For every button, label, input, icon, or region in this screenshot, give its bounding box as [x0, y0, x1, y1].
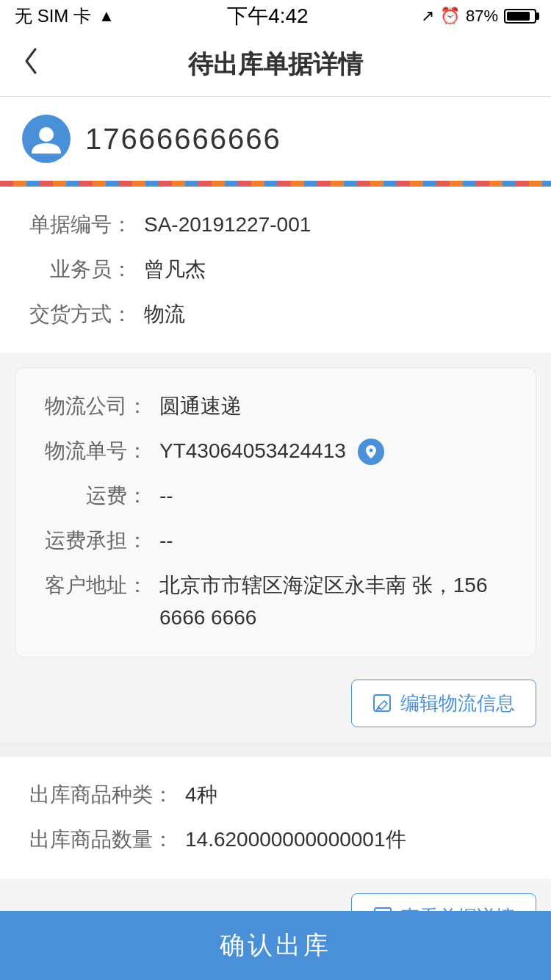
- edit-btn-wrapper: 编辑物流信息: [0, 672, 551, 742]
- tracking-label: 物流单号：: [45, 435, 148, 468]
- confirm-button[interactable]: 确认出库: [220, 929, 331, 962]
- page-title: 待出库单据详情: [188, 48, 363, 82]
- freight-value: --: [159, 480, 506, 513]
- agent-label: 业务员：: [29, 253, 132, 287]
- address-label: 客户地址：: [45, 569, 148, 602]
- edit-logistics-button[interactable]: 编辑物流信息: [351, 680, 536, 727]
- svg-point-0: [39, 127, 54, 142]
- status-bar: 无 SIM 卡 ▲ 下午4:42 ↗ ⏰ 87%: [0, 0, 551, 32]
- tracking-row: 物流单号： YT43064053424413: [45, 435, 506, 468]
- logistics-company-label: 物流公司：: [45, 390, 148, 423]
- delivery-row: 交货方式： 物流: [29, 298, 522, 331]
- product-quantity-value: 14.620000000000001件: [185, 824, 522, 857]
- address-value: 北京市市辖区海淀区永丰南 张，156 6666 6666: [159, 569, 506, 635]
- edit-logistics-label: 编辑物流信息: [400, 691, 515, 716]
- logistics-card: 物流公司： 圆通速递 物流单号： YT43064053424413 运费： --…: [15, 367, 536, 657]
- freight-row: 运费： --: [45, 480, 506, 513]
- carrier-label: 无 SIM 卡: [15, 4, 91, 28]
- logistics-company-value: 圆通速递: [159, 390, 506, 423]
- logistics-company-row: 物流公司： 圆通速递: [45, 390, 506, 423]
- page-content: 17666666666 单据编号： SA-20191227-001 业务员： 曾…: [0, 97, 551, 980]
- product-quantity-label: 出库商品数量：: [29, 824, 173, 857]
- order-no-value: SA-20191227-001: [144, 209, 522, 242]
- product-type-value: 4种: [185, 779, 522, 812]
- order-no-label: 单据编号：: [29, 209, 132, 242]
- tracking-value-row: YT43064053424413: [159, 435, 506, 468]
- order-info-section: 单据编号： SA-20191227-001 业务员： 曾凡杰 交货方式： 物流: [0, 187, 551, 353]
- section-divider: [0, 742, 551, 757]
- nav-bar: 待出库单据详情: [0, 32, 551, 97]
- battery-label: 87%: [466, 7, 498, 26]
- product-quantity-row: 出库商品数量： 14.620000000000001件: [29, 824, 522, 857]
- freight-bearer-value: --: [159, 525, 506, 558]
- agent-value: 曾凡杰: [144, 253, 522, 287]
- tracking-value: YT43064053424413: [159, 435, 346, 468]
- agent-row: 业务员： 曾凡杰: [29, 253, 522, 287]
- battery-icon: [504, 9, 536, 24]
- freight-bearer-row: 运费承担： --: [45, 525, 506, 558]
- person-icon: [30, 123, 62, 155]
- alarm-icon: ⏰: [440, 7, 460, 26]
- product-section: 出库商品种类： 4种 出库商品数量： 14.620000000000001件: [0, 757, 551, 879]
- edit-icon: [372, 693, 393, 714]
- status-left: 无 SIM 卡 ▲: [15, 4, 115, 28]
- order-no-row: 单据编号： SA-20191227-001: [29, 209, 522, 242]
- back-button[interactable]: [22, 46, 40, 82]
- address-row: 客户地址： 北京市市辖区海淀区永丰南 张，156 6666 6666: [45, 569, 506, 635]
- product-type-label: 出库商品种类：: [29, 779, 173, 812]
- customer-section: 17666666666: [0, 97, 551, 181]
- delivery-value: 物流: [144, 298, 522, 331]
- delivery-label: 交货方式：: [29, 298, 132, 331]
- dashed-divider: [0, 181, 551, 187]
- status-right: ↗ ⏰ 87%: [421, 7, 536, 26]
- status-time: 下午4:42: [227, 2, 309, 30]
- confirm-btn-wrapper: 确认出库: [0, 911, 551, 980]
- freight-bearer-label: 运费承担：: [45, 525, 148, 558]
- freight-label: 运费：: [45, 480, 148, 513]
- map-pin-icon: [363, 444, 379, 460]
- track-location-icon[interactable]: [358, 439, 384, 465]
- avatar: [22, 115, 71, 163]
- customer-phone: 17666666666: [85, 123, 281, 156]
- location-active-icon: ↗: [421, 7, 434, 26]
- product-type-row: 出库商品种类： 4种: [29, 779, 522, 812]
- wifi-icon: ▲: [98, 7, 115, 26]
